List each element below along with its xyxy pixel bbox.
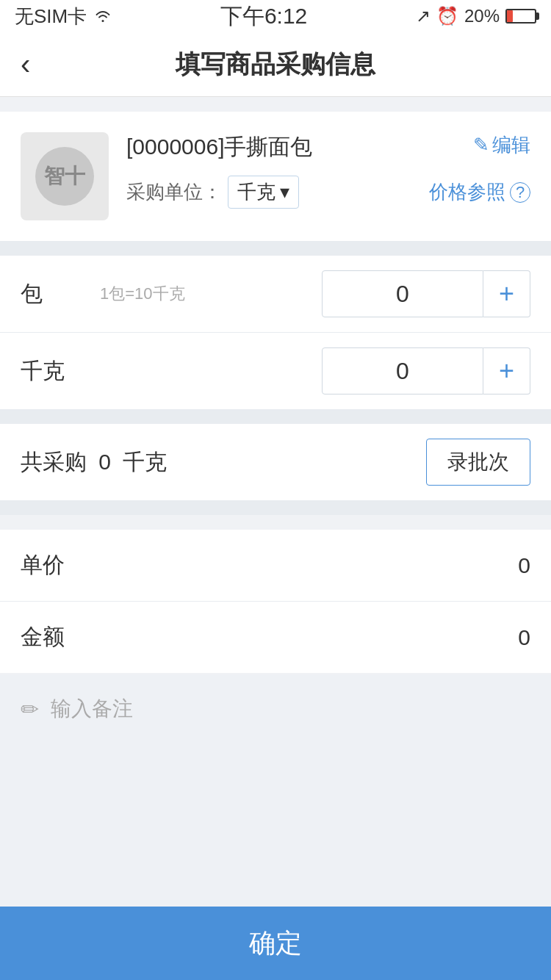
nav-bar: ‹ 填写商品采购信息 — [0, 32, 551, 97]
status-left: 无SIM卡 — [15, 4, 112, 29]
total-value: 0 — [98, 450, 111, 474]
bao-plus-button[interactable]: + — [483, 270, 530, 317]
unit-label: 采购单位： — [126, 179, 222, 205]
amount-label: 金额 — [21, 622, 65, 652]
page-title: 填写商品采购信息 — [176, 48, 375, 82]
unit-value: 千克 — [237, 179, 276, 205]
kg-input-row: 千克 + — [0, 333, 551, 409]
product-unit-row: 采购单位： 千克 ▾ 价格参照 ? — [126, 176, 530, 209]
batch-button[interactable]: 录批次 — [426, 439, 530, 486]
price-value: 0 — [518, 553, 530, 578]
product-logo: 智十 — [35, 147, 94, 206]
section-divider-1 — [0, 241, 551, 256]
dropdown-icon: ▾ — [280, 181, 289, 203]
kg-quantity-input[interactable] — [322, 347, 483, 394]
confirm-button[interactable]: 确定 — [0, 907, 551, 980]
product-thumbnail: 智十 — [21, 132, 109, 220]
status-time: 下午6:12 — [220, 1, 307, 32]
kg-input-group: + — [322, 347, 530, 394]
edit-icon: ✎ — [473, 134, 489, 156]
price-ref-label: 价格参照 — [429, 179, 505, 205]
carrier-text: 无SIM卡 — [15, 4, 87, 29]
total-row: 共采购 0 千克 录批次 — [0, 424, 551, 500]
alarm-icon: ⏰ — [436, 6, 458, 26]
quantity-section: 包 1包=10千克 + 千克 + — [0, 256, 551, 409]
kg-plus-button[interactable]: + — [483, 347, 530, 394]
amount-row: 金额 0 — [0, 602, 551, 673]
edit-label: 编辑 — [492, 132, 530, 158]
product-info: [0000006]手撕面包 ✎ 编辑 采购单位： 千克 ▾ 价格参照 ? — [126, 132, 530, 209]
pencil-icon: ✏ — [21, 696, 39, 722]
product-card: 智十 [0000006]手撕面包 ✎ 编辑 采购单位： 千克 ▾ 价格参照 ? — [0, 112, 551, 241]
price-ref-button[interactable]: 价格参照 ? — [429, 179, 530, 205]
total-prefix: 共采购 — [21, 450, 87, 474]
price-ref-icon: ? — [510, 182, 530, 203]
status-right: ↗ ⏰ 20% — [416, 6, 536, 26]
section-divider-2 — [0, 409, 551, 424]
product-header: [0000006]手撕面包 ✎ 编辑 — [126, 132, 530, 162]
note-placeholder-text: 输入备注 — [51, 695, 133, 723]
battery-text: 20% — [464, 6, 500, 26]
section-divider-3 — [0, 500, 551, 515]
price-amount-section: 单价 0 金额 0 — [0, 530, 551, 673]
unit-dropdown[interactable]: 千克 ▾ — [228, 176, 299, 209]
status-bar: 无SIM卡 下午6:12 ↗ ⏰ 20% — [0, 0, 551, 32]
bao-sublabel: 1包=10千克 — [100, 283, 322, 305]
wifi-icon — [94, 5, 112, 28]
edit-button[interactable]: ✎ 编辑 — [473, 132, 530, 158]
total-unit: 千克 — [123, 450, 167, 474]
bao-input-group: + — [322, 270, 530, 317]
price-label: 单价 — [21, 550, 65, 580]
kg-label: 千克 — [21, 356, 94, 386]
total-text: 共采购 0 千克 — [21, 447, 167, 478]
price-row: 单价 0 — [0, 530, 551, 602]
amount-value: 0 — [518, 625, 530, 650]
product-name: [0000006]手撕面包 — [126, 132, 312, 162]
bao-input-row: 包 1包=10千克 + — [0, 256, 551, 333]
battery-icon — [505, 9, 536, 24]
bao-quantity-input[interactable] — [322, 270, 483, 317]
note-section[interactable]: ✏ 输入备注 — [0, 674, 551, 743]
bao-label: 包 — [21, 279, 94, 309]
back-button[interactable]: ‹ — [21, 48, 30, 81]
location-icon: ↗ — [416, 6, 431, 26]
